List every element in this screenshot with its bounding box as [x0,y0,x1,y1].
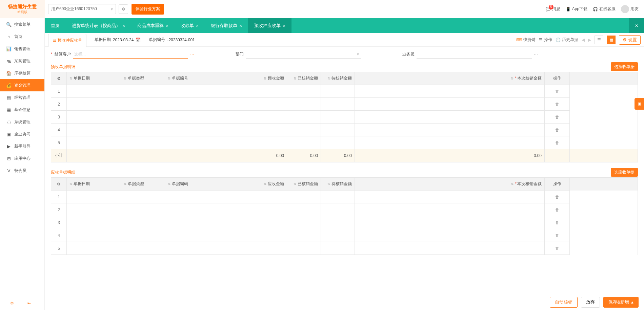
tab-close-icon[interactable]: ✕ [166,24,168,28]
customer-input[interactable] [73,50,188,59]
table-row[interactable]: 3🗑 [51,216,638,229]
settings-button[interactable]: ⚙设置 [619,35,641,45]
col-thiswrite[interactable]: 本次核销金额 [355,72,545,85]
table-row[interactable]: 1🗑 [51,85,638,98]
col-code[interactable]: 单据编码 [165,178,253,191]
col-type[interactable]: 单据类型 [121,178,165,191]
row-delete-icon[interactable]: 🗑 [545,191,570,203]
sidebar-collapse-icon[interactable]: ⇤ [27,301,31,306]
column-settings-icon[interactable]: ⚙ [51,72,67,85]
company-settings-icon[interactable]: ⚙ [119,4,128,14]
tab-1[interactable]: 进货单统计表（按商品）✕ [66,18,131,33]
table-row[interactable]: 5🗑 [51,136,638,149]
table-row[interactable]: 2🗑 [51,98,638,111]
row-delete-icon[interactable]: 🗑 [545,98,570,111]
sidebar-item-1[interactable]: ⌂首页 [0,30,44,43]
dept-label: 部门 [236,51,244,57]
tabs-close-all-icon[interactable]: ✕ [629,18,644,33]
row-delete-icon[interactable]: 🗑 [545,229,570,242]
shortcut-button[interactable]: ⌨快捷键 [516,37,536,43]
messages-button[interactable]: 💬 消息 [546,6,560,12]
tab-5[interactable]: 预收冲应收单✕ [248,18,291,33]
table-row[interactable]: 5🗑 [51,242,638,255]
next-icon[interactable]: ▶ [588,38,591,42]
column-settings-icon[interactable]: ⚙ [51,178,67,191]
tab-close-icon[interactable]: ✕ [239,24,242,28]
sidebar-item-3[interactable]: 🛍采购管理 [0,55,44,67]
sidebar-item-9[interactable]: ▣企业协同 [0,128,44,140]
date-value[interactable]: 2023-03-24 [113,38,134,42]
sidebar-item-0[interactable]: 🔍搜索菜单 [0,18,44,30]
tab-4[interactable]: 银行存取款单✕ [205,18,248,33]
col-type[interactable]: 单据类型 [121,72,165,85]
row-delete-icon[interactable]: 🗑 [545,203,570,216]
col-prepay[interactable]: 预收金额 [253,72,287,85]
float-feedback-icon[interactable]: ▣ [635,98,644,110]
tab-close-icon[interactable]: ✕ [196,24,199,28]
tab-close-icon[interactable]: ✕ [122,24,125,28]
select-receivable-button[interactable]: 选应收单据 [611,168,638,177]
document-tab[interactable]: ▤ 预收冲应收单 [48,34,86,47]
col-pending[interactable]: 待核销金额 [321,72,355,85]
dept-dropdown-icon[interactable]: ▾ [357,52,359,57]
row-delete-icon[interactable]: 🗑 [545,216,570,229]
tab-3[interactable]: 收款单✕ [175,18,205,33]
view-list-icon[interactable]: ☰ [595,36,603,44]
staff-lookup-icon[interactable]: ⋯ [534,52,538,57]
row-delete-icon[interactable]: 🗑 [545,136,570,149]
dept-input[interactable] [246,50,361,59]
col-receivable[interactable]: 应收金额 [253,178,287,191]
col-date[interactable]: 单据日期 [67,72,121,85]
row-delete-icon[interactable]: 🗑 [545,85,570,98]
customer-lookup-icon[interactable]: ⋯ [190,52,194,57]
table-row[interactable]: 4🗑 [51,124,638,136]
sidebar-item-7[interactable]: ▦基础信息 [0,104,44,116]
subtotal-written: 0.00 [287,149,321,162]
sidebar-item-8[interactable]: ◌系统管理 [0,116,44,128]
tab-2[interactable]: 商品成本重算✕ [131,18,175,33]
col-date[interactable]: 单据日期 [67,178,121,191]
prev-icon[interactable]: ◀ [582,38,585,42]
company-select[interactable]: 用户690企业1660120750 [48,4,116,14]
sidebar-item-11[interactable]: ⊞应用中心 [0,152,44,164]
user-menu[interactable]: 用友 [621,5,639,13]
col-written[interactable]: 已核销金额 [287,178,321,191]
operate-button[interactable]: ☰操作 [539,37,552,43]
subtotal-label: 小计 [51,149,67,162]
sidebar-item-12[interactable]: V畅会员 [0,164,44,177]
sidebar-item-4[interactable]: 🏠库存核算 [0,67,44,79]
col-code[interactable]: 单据编号 [165,72,253,85]
table-row[interactable]: 3🗑 [51,111,638,124]
sidebar-item-2[interactable]: 📊销售管理 [0,43,44,55]
col-pending[interactable]: 待核销金额 [321,178,355,191]
sidebar-settings-icon[interactable]: ⚙ [10,301,14,306]
col-thiswrite[interactable]: 本次核销金额 [355,178,545,191]
tab-close-icon[interactable]: ✕ [283,24,285,28]
view-card-icon[interactable]: ▦ [607,36,616,44]
sidebar-item-6[interactable]: ▤经营管理 [0,91,44,104]
industry-solution-button[interactable]: 体验行业方案 [132,4,164,15]
history-button[interactable]: 🕘历史单据 [556,37,578,43]
sidebar-item-5[interactable]: 💰资金管理 [0,79,44,91]
table-row[interactable]: 1🗑 [51,191,638,203]
staff-input[interactable] [417,50,532,59]
app-download-button[interactable]: 📱 App下载 [566,6,587,12]
sidebar-label: 畅会员 [14,168,26,174]
headset-icon: 🎧 [593,7,598,12]
table-row[interactable]: 4🗑 [51,229,638,242]
sidebar-icon: 🔍 [6,22,12,27]
customer-service-button[interactable]: 🎧 在线客服 [593,6,616,12]
tab-0[interactable]: 首页 [45,18,66,33]
select-prepay-button[interactable]: 选预收单据 [611,62,638,71]
receivable-table-header: ⚙ 单据日期 单据类型 单据编码 应收金额 已核销金额 待核销金额 本次核销金额… [51,178,638,191]
sidebar-item-10[interactable]: ▶新手引导 [0,140,44,152]
calendar-icon[interactable]: 📅 [136,38,141,42]
row-delete-icon[interactable]: 🗑 [545,242,570,255]
save-and-new-button[interactable]: 保存&新增▴ [603,297,639,308]
row-delete-icon[interactable]: 🗑 [545,124,570,136]
auto-writeoff-button[interactable]: 自动核销 [550,297,578,308]
table-row[interactable]: 2🗑 [51,203,638,216]
row-delete-icon[interactable]: 🗑 [545,111,570,124]
discard-button[interactable]: 放弃 [581,297,600,308]
col-written[interactable]: 已核销金额 [287,72,321,85]
